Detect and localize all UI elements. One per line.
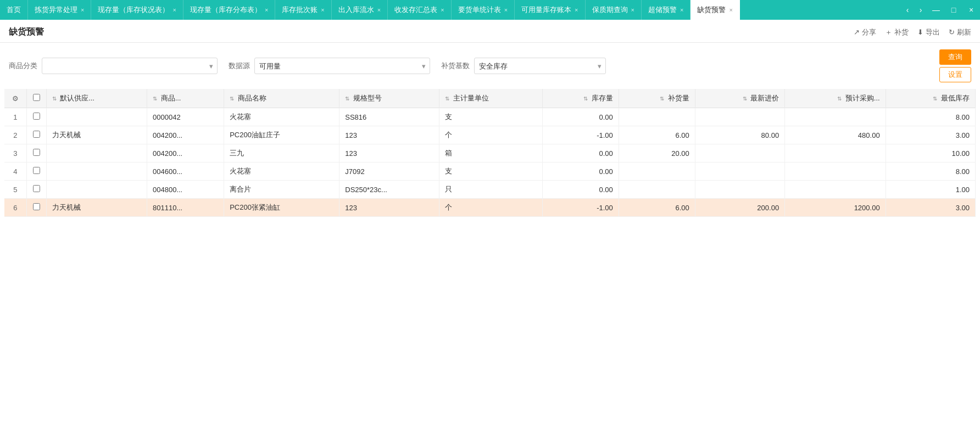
row-checkbox[interactable] — [33, 131, 40, 138]
tab-6[interactable]: 收发存汇总表 × — [388, 0, 451, 20]
tab-label: 可用量库存账本 — [521, 5, 571, 15]
col-goods-code[interactable]: 商品... — [147, 89, 224, 108]
share-icon: ↗ — [854, 28, 860, 36]
tab-5[interactable]: 出入库流水 × — [332, 0, 388, 20]
tab-close-3[interactable]: × — [265, 7, 268, 13]
row-goods-code: 004800... — [147, 181, 224, 199]
col-stock[interactable]: 库存量 — [542, 89, 619, 108]
row-seq: 4 — [4, 163, 26, 181]
row-unit: 支 — [439, 108, 543, 126]
tab-11[interactable]: 缺货预警 × — [691, 0, 739, 20]
col-default-supplier[interactable]: 默认供应... — [46, 89, 147, 108]
col-latest-price[interactable]: 最新进价 — [695, 89, 784, 108]
col-estimated-purchase[interactable]: 预计采购... — [785, 89, 886, 108]
row-spec: DS250*23c... — [339, 181, 439, 199]
table-wrapper: ⚙ 默认供应... 商品... 商品名称 规格型号 — [0, 89, 980, 217]
row-min-stock: 3.00 — [886, 126, 975, 144]
row-estimated-purchase — [785, 181, 886, 199]
refresh-button[interactable]: ↻ 刷新 — [949, 27, 971, 37]
tab-bar: 首页 拣货异常处理 × 现存量（库存状况表） × 现存量（库存分布表） × 库存… — [0, 0, 980, 20]
tab-home[interactable]: 首页 — [0, 0, 28, 20]
row-latest-price: 80.00 — [695, 126, 784, 144]
row-replenish-qty — [619, 181, 695, 199]
tab-close-2[interactable]: × — [172, 7, 176, 13]
row-latest-price — [695, 144, 784, 163]
replenish-base-select[interactable]: 安全库存 最低库存 — [474, 58, 606, 74]
datasource-select[interactable]: 可用量 库存量 — [254, 58, 430, 74]
category-select[interactable] — [42, 58, 218, 74]
table-row: 5 004800... 离合片 DS250*23c... 只 0.00 1.00 — [4, 181, 976, 199]
gear-icon[interactable]: ⚙ — [12, 94, 19, 103]
row-goods-name: 离合片 — [224, 181, 339, 199]
window-minimize-btn[interactable]: — — [927, 0, 945, 20]
tab-next-btn[interactable]: › — [914, 0, 927, 20]
row-estimated-purchase: 1200.00 — [785, 199, 886, 217]
tab-close-8[interactable]: × — [575, 7, 578, 13]
tab-7[interactable]: 要货单统计表 × — [452, 0, 515, 20]
tab-2[interactable]: 现存量（库存状况表） × — [91, 0, 183, 20]
replenish-button[interactable]: ＋ 补货 — [885, 27, 909, 37]
tab-close-6[interactable]: × — [441, 7, 444, 13]
tab-close-10[interactable]: × — [680, 7, 683, 13]
row-checkbox[interactable] — [33, 203, 40, 210]
datasource-select-wrapper: 可用量 库存量 — [254, 58, 430, 74]
tab-label: 出入库流水 — [338, 5, 374, 15]
datasource-label: 数据源 — [229, 61, 250, 71]
query-button[interactable]: 查询 — [939, 49, 971, 65]
tab-10[interactable]: 超储预警 × — [642, 0, 691, 20]
row-checkbox[interactable] — [33, 167, 40, 174]
refresh-label: 刷新 — [957, 27, 971, 37]
tab-close-7[interactable]: × — [504, 7, 508, 13]
header-actions: ↗ 分享 ＋ 补货 ⬇ 导出 ↻ 刷新 — [854, 27, 971, 37]
row-replenish-qty: 20.00 — [619, 144, 695, 163]
tab-close-11[interactable]: × — [729, 7, 732, 13]
tab-label: 拣货异常处理 — [35, 5, 77, 15]
col-min-stock[interactable]: 最低库存 — [886, 89, 975, 108]
row-checkbox[interactable] — [33, 185, 40, 192]
table-row: 1 0000042 火花塞 SS816 支 0.00 8.00 — [4, 108, 976, 126]
col-unit[interactable]: 主计量单位 — [439, 89, 543, 108]
row-spec: SS816 — [339, 108, 439, 126]
row-latest-price — [695, 108, 784, 126]
share-button[interactable]: ↗ 分享 — [854, 27, 876, 37]
filter-actions: 查询 设置 — [939, 49, 971, 82]
tab-9[interactable]: 保质期查询 × — [586, 0, 642, 20]
window-maximize-btn[interactable]: □ — [945, 0, 962, 20]
row-checkbox[interactable] — [33, 149, 40, 156]
tab-close-1[interactable]: × — [81, 7, 84, 13]
tab-1[interactable]: 拣货异常处理 × — [28, 0, 91, 20]
row-latest-price — [695, 181, 784, 199]
share-label: 分享 — [862, 27, 876, 37]
row-estimated-purchase — [785, 108, 886, 126]
col-gear: ⚙ — [4, 89, 26, 108]
export-button[interactable]: ⬇ 导出 — [917, 27, 940, 37]
tab-close-5[interactable]: × — [377, 7, 381, 13]
window-close-btn[interactable]: × — [962, 0, 980, 20]
row-default-supplier: 力天机械 — [46, 199, 147, 217]
tab-3[interactable]: 现存量（库存分布表） × — [183, 0, 275, 20]
row-goods-code: 004200... — [147, 144, 224, 163]
page-header: 缺货预警 ↗ 分享 ＋ 补货 ⬇ 导出 ↻ 刷新 — [0, 20, 980, 43]
col-goods-name[interactable]: 商品名称 — [224, 89, 339, 108]
row-checkbox[interactable] — [33, 113, 40, 120]
tab-4[interactable]: 库存批次账 × — [275, 0, 331, 20]
row-seq: 1 — [4, 108, 26, 126]
select-all-checkbox[interactable] — [33, 94, 40, 101]
settings-button[interactable]: 设置 — [939, 67, 971, 82]
col-spec[interactable]: 规格型号 — [339, 89, 439, 108]
row-min-stock: 10.00 — [886, 144, 975, 163]
export-label: 导出 — [926, 27, 940, 37]
tab-prev-btn[interactable]: ‹ — [901, 0, 914, 20]
row-replenish-qty — [619, 163, 695, 181]
row-estimated-purchase — [785, 144, 886, 163]
row-stock: -1.00 — [542, 126, 619, 144]
tab-close-9[interactable]: × — [631, 7, 634, 13]
tab-close-4[interactable]: × — [321, 7, 324, 13]
replenish-base-filter-group: 补货基数 安全库存 最低库存 — [441, 58, 606, 74]
col-replenish-qty[interactable]: 补货量 — [619, 89, 695, 108]
row-goods-name: 火花塞 — [224, 108, 339, 126]
tab-8[interactable]: 可用量库存账本 × — [515, 0, 585, 20]
tab-label: 收发存汇总表 — [394, 5, 437, 15]
row-estimated-purchase: 480.00 — [785, 126, 886, 144]
col-checkbox — [26, 89, 46, 108]
